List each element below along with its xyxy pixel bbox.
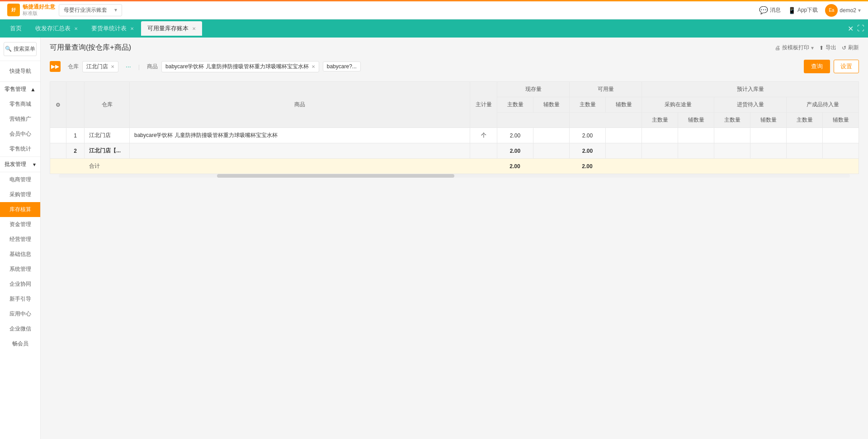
footer-available-main: 2.00 [569,163,605,170]
tab-order-stat[interactable]: 要货单统计表 ✕ [85,21,140,36]
export-button[interactable]: ⬆ 导出 [819,44,836,52]
sidebar-item-retail-stat[interactable]: 零售统计 [0,142,40,156]
app-download-button[interactable]: 📱 App下载 [788,6,818,14]
search-icon: 🔍 [5,46,13,52]
chevron-up-icon: ▲ [30,86,36,93]
close-icon[interactable]: ✕ [74,26,78,31]
chevron-down-icon: ▾ [33,161,36,168]
th-no [66,82,85,128]
top-bar: 好 畅捷通好生意 标准版 母婴行业演示账套 ▾ 💬 消息 📱 App下载 Ea … [0,1,868,19]
product-label: 商品 [147,63,158,71]
print-icon: 🖨 [775,45,780,51]
th-purchase-transit: 采购在途量 [642,97,714,113]
chevron-down-icon: ▾ [858,7,861,14]
sidebar-item-new-guide[interactable]: 新手引导 [0,292,40,307]
industry-selector[interactable]: 母婴行业演示账套 ▾ [59,4,122,16]
th-pur-main: 主数量 [642,113,678,128]
sidebar-item-inventory[interactable]: 库存核算 [0,202,40,217]
table-scrollbar[interactable] [59,174,850,178]
warehouse-filter[interactable]: 江北门店 ✕ [82,61,118,72]
th-fin-main: 主数量 [787,113,823,128]
th-current-main: 主数量 [497,97,533,113]
chat-button[interactable]: 💬 消息 [759,6,781,14]
refresh-button[interactable]: ↺ 刷新 [842,44,859,52]
th-fin-aux: 辅数量 [823,113,859,128]
table-row: 1 江北门店 babycare学饮杯 儿童防摔防撞吸管杯重力球吸嘴杯宝宝水杯 个… [50,128,859,143]
close-icon[interactable]: ✕ [311,64,315,69]
th-inc-main: 主数量 [714,113,750,128]
close-all-icon[interactable]: ✕ [848,24,854,33]
print-button[interactable]: 🖨 按模板打印 ▾ [775,44,814,52]
chat-icon: 💬 [759,6,768,14]
sidebar-section-retail: 零售管理 ▲ 零售商城 营销推广 会员中心 零售统计 [0,82,40,157]
logo-sub: 标准版 [23,10,55,17]
sidebar-item-marketing[interactable]: 营销推广 [0,112,40,127]
sidebar-item-batch-mgmt[interactable]: 批发管理 ▾ [0,157,40,172]
close-icon[interactable]: ✕ [130,26,134,31]
sidebar-item-purchase[interactable]: 采购管理 [0,187,40,202]
footer-label: 合计 [85,162,130,170]
sidebar-nav: 快捷导航 [0,61,40,82]
sidebar-item-enterprise[interactable]: 企业协同 [0,277,40,292]
search-menu-button[interactable]: 🔍 搜索菜单 [4,42,37,56]
refresh-icon: ↺ [842,45,846,51]
th-avail-main: 主数量 [570,97,606,113]
sidebar-item-retail-mall[interactable]: 零售商城 [0,97,40,112]
th-incoming-pending: 进货待入量 [714,97,787,113]
page-actions: 🖨 按模板打印 ▾ ⬆ 导出 ↺ 刷新 [775,44,859,52]
filter-divider: | [138,63,140,70]
app-download-icon: 📱 [788,7,796,14]
th-settings: ⚙ [50,82,66,128]
sidebar-item-member[interactable]: 会员中心 [0,127,40,142]
th-inc-aux: 辅数量 [750,113,787,128]
tab-home[interactable]: 首页 [4,21,28,36]
filter-more-dots[interactable]: ··· [126,63,131,70]
query-button[interactable]: 查询 [804,60,830,73]
th-pur-aux: 辅数量 [678,113,714,128]
footer-current-main: 2.00 [497,163,533,170]
chevron-down-icon: ▾ [114,7,117,13]
sidebar-item-finance[interactable]: 资金管理 [0,217,40,232]
th-available: 可用量 [570,82,642,97]
sidebar-item-wechat[interactable]: 企业微信 [0,321,40,336]
th-current-aux: 辅数量 [533,97,570,113]
logo-icon: 好 [7,4,20,16]
th-warehouse: 仓库 [85,82,130,128]
sidebar-item-app-center[interactable]: 应用中心 [0,307,40,321]
sidebar-item-system[interactable]: 系统管理 [0,262,40,277]
filter-bar: ▶▶ 仓库 江北门店 ✕ ··· | 商品 babycare学饮杯 儿童防摔防撞… [41,56,868,77]
sidebar: 🔍 搜索菜单 快捷导航 零售管理 ▲ 零售商城 营销推广 会员中心 [0,38,41,439]
sidebar-item-ecommerce[interactable]: 电商管理 [0,172,40,187]
user-area[interactable]: Ea demo2 ▾ [825,4,861,17]
table-group-row: 2 江北门店【... 2.00 2.00 [50,143,859,159]
sidebar-item-quick-nav[interactable]: 快捷导航 [0,64,40,79]
nav-tabs: 首页 收发存汇总表 ✕ 要货单统计表 ✕ 可用量库存账本 ✕ ✕ ⛶ [0,19,868,38]
product-filter-1[interactable]: babycare学饮杯 儿童防摔防撞吸管杯重力球吸嘴杯宝宝水杯 ✕ [161,61,319,72]
setting-button[interactable]: 设置 [834,60,859,73]
table-scroll-thumb[interactable] [217,174,454,178]
sidebar-item-retail-mgmt[interactable]: 零售管理 ▲ [0,82,40,97]
logo-area: 好 畅捷通好生意 标准版 [7,4,55,17]
close-icon[interactable]: ✕ [192,26,196,31]
th-cur-main2 [497,113,570,128]
settings-icon[interactable]: ⚙ [56,102,61,108]
th-expected-in: 预计入库量 [642,82,859,97]
table-footer: 合计 2.00 2.00 [50,159,859,174]
th-avail-aux: 辅数量 [606,97,642,113]
sidebar-item-operation[interactable]: 经营管理 [0,232,40,247]
product-filter-2[interactable]: babycare?... [323,61,361,71]
warehouse-label: 仓库 [68,63,79,71]
sidebar-item-basic-info[interactable]: 基础信息 [0,247,40,262]
tab-available-stock[interactable]: 可用量库存账本 ✕ [141,21,202,36]
export-icon: ⬆ [819,45,824,51]
sidebar-item-vip[interactable]: 畅会员 [0,336,40,351]
th-current-stock: 现存量 [497,82,570,97]
fullscreen-icon[interactable]: ⛶ [857,24,864,33]
filter-expand-btn[interactable]: ▶▶ [50,61,61,72]
page-header: 可用量查询(按仓库+商品) 🖨 按模板打印 ▾ ⬆ 导出 ↺ 刷新 [41,38,868,56]
chevron-down-icon: ▾ [811,45,814,51]
sidebar-section-batch: 批发管理 ▾ [0,157,40,172]
tab-receipt[interactable]: 收发存汇总表 ✕ [29,21,84,36]
close-icon[interactable]: ✕ [111,64,114,69]
sidebar-search: 🔍 搜索菜单 [0,38,40,61]
